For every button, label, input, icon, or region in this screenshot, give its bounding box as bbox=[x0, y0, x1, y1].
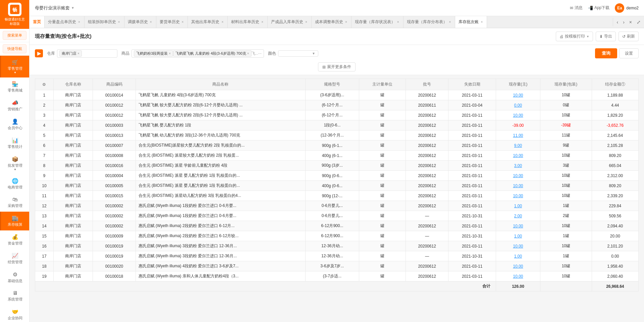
product-tag-1-close-icon[interactable]: × bbox=[169, 52, 171, 55]
color-select-input[interactable]: ▼ bbox=[278, 50, 318, 57]
tab-close-icon[interactable]: × bbox=[448, 20, 452, 24]
tabs-maximize-button[interactable]: ⤢ bbox=[635, 18, 643, 26]
sidebar-item-finance[interactable]: 💰 资金管理 bbox=[0, 230, 29, 249]
tab-close-icon[interactable]: × bbox=[344, 20, 348, 24]
tab-split[interactable]: 分量盘点单历史 × bbox=[45, 16, 85, 28]
tab-close-icon[interactable]: × bbox=[181, 20, 184, 24]
row-stock-main[interactable]: 11.00 bbox=[496, 130, 540, 141]
row-stock-main[interactable]: 10.00 bbox=[496, 151, 540, 161]
settings-icon[interactable]: ⚙ bbox=[42, 82, 46, 87]
expand-filter-button[interactable]: ⊞ 展开更多条件 bbox=[318, 62, 356, 71]
row-no: 1 bbox=[35, 90, 54, 100]
app-download-button[interactable]: 📲 App下载 bbox=[588, 5, 609, 11]
warehouse-tag-close-icon[interactable]: × bbox=[77, 52, 79, 55]
tab-close-icon[interactable]: × bbox=[117, 20, 121, 24]
row-stock-main[interactable]: 9.00 bbox=[496, 141, 540, 151]
row-stock-main[interactable]: 1.00 bbox=[496, 251, 540, 261]
sidebar-item-retail-mgmt[interactable]: 🛒 零售管理 ▼ bbox=[0, 56, 29, 77]
tab-transfer-label: 调拨单历史 bbox=[128, 19, 148, 25]
product-filter-label: 商品 bbox=[121, 51, 129, 56]
export-button[interactable]: ⬇ 导出 bbox=[596, 32, 616, 41]
row-stock-main[interactable]: 10.00 bbox=[496, 191, 540, 201]
tab-close-icon[interactable]: × bbox=[149, 20, 153, 24]
row-stock-main[interactable]: 1.00 bbox=[496, 231, 540, 241]
sidebar: 畅 畅捷通好生意 标题版 搜索菜单 快捷导航 🛒 零售管理 ▼ 🏪 零售商城 📣… bbox=[0, 0, 30, 322]
user-menu-button[interactable]: Ea demo2 bbox=[615, 3, 639, 13]
sidebar-item-member[interactable]: 👤 会员中心 bbox=[0, 115, 29, 134]
product-input-arrow-icon[interactable]: ··· bbox=[258, 51, 262, 56]
tab-close-icon[interactable]: × bbox=[221, 20, 224, 24]
tab-close-icon[interactable]: × bbox=[396, 20, 400, 24]
sidebar-item-enterprise[interactable]: 🤝 企业协同 bbox=[0, 305, 29, 322]
row-stock-main[interactable]: 10.00 bbox=[496, 181, 540, 191]
row-spec: 1段(0-6... bbox=[306, 120, 359, 130]
tab-close-icon[interactable]: × bbox=[77, 20, 81, 24]
tab-close-icon[interactable]: × bbox=[261, 20, 264, 24]
tabs-next-button[interactable]: › bbox=[621, 18, 627, 26]
sidebar-item-retail-stats[interactable]: 📊 零售统计 bbox=[0, 134, 29, 153]
filter-toggle-button[interactable]: ▶ bbox=[35, 49, 43, 57]
tab-cost-adj-label: 成本调整单历史 bbox=[315, 19, 343, 25]
tabs-prev-button[interactable]: ‹ bbox=[614, 18, 620, 26]
row-stock-main[interactable]: 10.00 bbox=[496, 271, 540, 281]
dropdown-arrow-icon: ▼ bbox=[71, 6, 74, 10]
tab-transfer[interactable]: 调拨单历史 × bbox=[124, 16, 156, 28]
tab-close-icon[interactable]: × bbox=[480, 20, 483, 24]
warehouse-tag-input[interactable]: 南岸门店 × bbox=[57, 49, 117, 58]
row-stock-main[interactable]: 10.00 bbox=[496, 261, 540, 271]
row-stock-main[interactable]: 10.00 bbox=[496, 171, 540, 181]
tab-material-out[interactable]: 材料出库单历史 × bbox=[228, 16, 268, 28]
tab-home[interactable]: 首页 bbox=[30, 16, 45, 28]
sidebar-item-operations[interactable]: 📈 经营管理 bbox=[0, 249, 29, 268]
sidebar-item-system[interactable]: 🖥 系统管理 bbox=[0, 287, 29, 305]
tab-stock-dist[interactable]: 现存量（库存分布表） × bbox=[404, 16, 455, 28]
search-menu-button[interactable]: 搜索菜单 bbox=[3, 31, 26, 40]
row-stock-pkg: 1罐 bbox=[540, 231, 592, 241]
quick-nav-button[interactable]: 快捷导航 bbox=[3, 44, 26, 53]
sidebar-item-marketing[interactable]: 📣 营销推广 bbox=[0, 96, 29, 115]
account-dropdown[interactable]: 母婴行业演示账套 ▼ bbox=[35, 5, 74, 11]
row-unit: 罐 bbox=[359, 241, 406, 251]
tab-close-icon[interactable]: × bbox=[305, 20, 308, 24]
settings-button[interactable]: 设置 bbox=[619, 48, 639, 58]
sidebar-item-wholesale[interactable]: 📦 批发管理 ▼ bbox=[0, 153, 29, 174]
row-batch: — bbox=[406, 251, 448, 261]
row-stock-main[interactable]: 0.00 bbox=[496, 100, 540, 110]
row-stock-main[interactable]: 10.00 bbox=[496, 221, 540, 231]
system-icon: 🖥 bbox=[12, 290, 18, 296]
product-tag-more[interactable]: 飞... bbox=[252, 51, 258, 56]
sidebar-item-inventory[interactable]: 🏬 库存核算 bbox=[0, 212, 29, 230]
tab-cost-adj[interactable]: 成本调整单历史 × bbox=[312, 16, 352, 28]
row-stock-main[interactable]: 10.00 bbox=[496, 90, 540, 100]
row-spec: 6-12月900... bbox=[306, 221, 359, 231]
row-stock-main[interactable]: 10.00 bbox=[496, 241, 540, 251]
print-button[interactable]: 🖨 按模板打印 ▼ bbox=[556, 32, 593, 41]
row-expire: 2021-10-31 bbox=[448, 211, 496, 221]
message-button[interactable]: ✉ 消息 bbox=[570, 5, 583, 11]
sidebar-item-retail-shop[interactable]: 🏪 零售商城 bbox=[0, 77, 29, 96]
sidebar-item-label: 基础信息 bbox=[8, 278, 22, 283]
tab-group[interactable]: 组装拆卸单历史 × bbox=[85, 16, 124, 28]
tab-stock-status[interactable]: 现存量（库存状况表） × bbox=[352, 16, 404, 28]
tab-require[interactable]: 要货单历史 × bbox=[156, 16, 188, 28]
sidebar-item-basic[interactable]: ⚙ 基础信息 bbox=[0, 268, 29, 287]
row-name: 合生元 (BIOSTIME) 派星 婴儿配方奶粉 1段 乳核蛋白的... bbox=[136, 181, 305, 191]
sidebar-item-purchase[interactable]: 🛍 采购管理 bbox=[0, 193, 29, 212]
refresh-button[interactable]: ↺ 刷新 bbox=[619, 32, 639, 41]
query-button[interactable]: 查询 bbox=[595, 48, 617, 58]
product-tag-1-text: 飞鹤奶粉3段两提装 bbox=[136, 51, 168, 56]
product-tag-2-close-icon[interactable]: × bbox=[247, 52, 249, 55]
row-name: 惠氏启赋 (Wyeth illuma) 3段奶粉 爱尔兰进口 12-36月... bbox=[136, 251, 305, 261]
sidebar-logo: 畅 畅捷通好生意 标题版 bbox=[0, 0, 29, 29]
product-tag-input[interactable]: 飞鹤奶粉3段两提装 × 飞鹤星飞帆 儿童奶粉 4段(3-6岁适用) 700克 ×… bbox=[131, 49, 264, 58]
row-stock-main[interactable]: 10.00 bbox=[496, 110, 540, 120]
row-stock-main[interactable]: 1.00 bbox=[496, 201, 540, 211]
row-stock-main[interactable]: 3.00 bbox=[496, 161, 540, 171]
row-stock-main[interactable]: 2.00 bbox=[496, 211, 540, 221]
tab-other-out[interactable]: 其他出库单历史 × bbox=[188, 16, 228, 28]
tab-warehouse-batch[interactable]: 库存批次账 × bbox=[455, 16, 487, 28]
tab-product-in[interactable]: 产成品入库单历史 × bbox=[268, 16, 312, 28]
sidebar-item-ecommerce[interactable]: 🌐 电商管理 bbox=[0, 174, 29, 193]
tabs-close-all-button[interactable]: × bbox=[627, 18, 634, 26]
row-stock-pkg: 11罐 bbox=[540, 130, 592, 141]
